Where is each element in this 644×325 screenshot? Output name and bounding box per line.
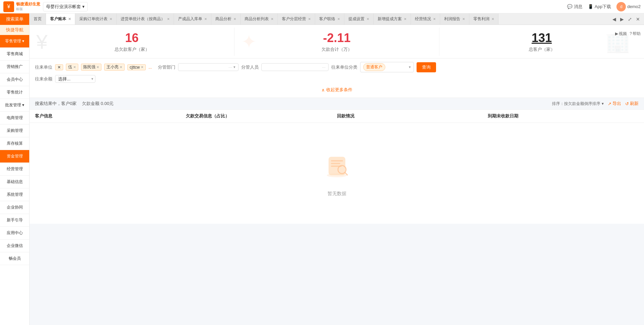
tab-customer-contact[interactable]: 客户联络 ✕: [315, 13, 344, 25]
tab-inbound-stats-close[interactable]: ✕: [167, 17, 170, 21]
sidebar-item-finance[interactable]: 资金管理: [0, 150, 29, 163]
refresh-btn[interactable]: ↺ 刷新: [625, 101, 639, 107]
filter-dept-input[interactable]: ··· ▾: [178, 63, 239, 71]
sidebar-item-inventory[interactable]: 库存核算: [0, 137, 29, 150]
filter-tag-wang-close[interactable]: ✕: [120, 65, 122, 69]
tab-add-commission-close[interactable]: ✕: [404, 17, 406, 21]
search-overdue-text: 欠款金额 0.00元: [82, 101, 114, 107]
filter-balance-select[interactable]: 选择...: [55, 75, 95, 83]
tab-customer-ledger-close[interactable]: ✕: [68, 17, 71, 21]
tab-expand-icon[interactable]: ⤢: [627, 16, 633, 23]
tab-prev-arrow[interactable]: ◀: [611, 16, 617, 23]
tab-product-analysis-list[interactable]: 商品分析列表 ✕: [241, 13, 278, 25]
tab-inbound-stats[interactable]: 进货单统计表（按商品） ✕: [117, 13, 174, 25]
tab-close-all-icon[interactable]: ✕: [635, 16, 641, 23]
filter-tag-chen: 陈民强 ✕: [81, 64, 101, 71]
tab-product-inbound-close[interactable]: ✕: [204, 17, 207, 21]
tab-add-commission[interactable]: 新增提成方案 ✕: [374, 13, 411, 25]
filter-tag-wu-text: 伍: [68, 64, 72, 70]
store-dropdown-icon: ▾: [82, 4, 85, 9]
stat-bg-icon-1: ¥: [36, 30, 47, 53]
logo-icon: ¥: [3, 1, 14, 12]
sidebar-item-guide[interactable]: 新手引导: [0, 214, 29, 227]
app-icon: 📱: [588, 4, 593, 9]
tab-purchase-stats[interactable]: 采购订单统计表 ✕: [75, 13, 117, 25]
tab-retail-profit-close[interactable]: ✕: [491, 17, 494, 21]
filter-balance-label: 往来余额: [35, 76, 52, 82]
sidebar-item-basic-info[interactable]: 基础信息: [0, 176, 29, 188]
filter-more-tags[interactable]: ...: [148, 65, 152, 70]
filter-unit-class-arrow: ▾: [409, 65, 411, 69]
tab-product-analysis-list-close[interactable]: ✕: [271, 17, 273, 21]
filter-unit-label: 往来单位: [35, 64, 52, 70]
tab-purchase-stats-close[interactable]: ✕: [110, 17, 112, 21]
sidebar-item-wholesale[interactable]: 批发管理 ▾: [0, 99, 29, 112]
sidebar-item-app-center[interactable]: 应用中心: [0, 227, 29, 240]
help-btn[interactable]: ? 帮助: [630, 31, 641, 37]
store-selector[interactable]: 母婴行业演示帐套 ▾: [43, 2, 88, 11]
stat-overdue-amount: ✦ -2.11 欠款合计（万）: [234, 28, 439, 56]
app-download-btn[interactable]: 📱 App下载: [588, 4, 611, 10]
filter-tag-x: ✕: [55, 64, 63, 70]
sidebar-item-ecommerce[interactable]: 电商管理: [0, 112, 29, 124]
tab-retail-profit[interactable]: 零售利润 ✕: [469, 13, 499, 25]
sort-label-text: 排序：按欠款金额倒序排序: [552, 101, 600, 107]
table-wrapper: 客户信息 欠款交易信息（占比） 回款情况 到期未收款日期: [30, 110, 644, 224]
sidebar-item-marketing[interactable]: 营销推广: [0, 61, 29, 73]
filter-person-more: ···: [322, 65, 326, 70]
sidebar-item-retail-mall[interactable]: 零售商城: [0, 48, 29, 61]
sidebar-search[interactable]: 搜索菜单: [0, 13, 29, 25]
filter-tag-chen-text: 陈民强: [83, 64, 95, 70]
sidebar-item-operations[interactable]: 经营管理: [0, 163, 29, 176]
stat-overdue-customers-value: 16: [125, 31, 138, 45]
user-menu[interactable]: d demo2: [616, 2, 641, 11]
sort-selector[interactable]: 排序：按欠款金额倒序排序 ▾: [552, 101, 604, 107]
main-layout: 搜索菜单 快捷导航 零售管理 ▾ 零售商城 营销推广 会员中心 零售统计 批发管…: [0, 13, 644, 325]
sidebar-item-retail-stats[interactable]: 零售统计: [0, 86, 29, 99]
tab-product-inbound[interactable]: 产成品入库单 ✕: [174, 13, 211, 25]
tab-commission-settings-close[interactable]: ✕: [367, 17, 369, 21]
tab-product-analysis-close[interactable]: ✕: [233, 17, 236, 21]
sidebar-item-system[interactable]: 系统管理: [0, 188, 29, 201]
tab-home[interactable]: 首页: [30, 13, 46, 25]
filter-tag-wu-close[interactable]: ✕: [73, 65, 76, 69]
filter-dept-more: ···: [228, 65, 232, 70]
sidebar-item-member-center[interactable]: 会员中心: [0, 73, 29, 86]
logo-area: ¥ 畅捷通好生意 标版: [3, 1, 40, 12]
tab-commission-settings[interactable]: 提成设置 ✕: [344, 13, 374, 25]
query-button[interactable]: 查询: [417, 62, 436, 72]
video-btn[interactable]: ▶ 视频: [615, 31, 627, 37]
tab-customer-layer[interactable]: 客户分层经营 ✕: [278, 13, 315, 25]
store-name: 母婴行业演示帐套: [46, 4, 81, 10]
tab-product-analysis-list-label: 商品分析列表: [245, 16, 269, 22]
filter-tag-wang: 王小亮 ✕: [104, 64, 125, 71]
filter-unit-class-input[interactable]: 普通客户 ▾: [360, 62, 414, 72]
tab-next-arrow[interactable]: ▶: [619, 16, 625, 23]
filter-tag-wang-text: 王小亮: [106, 64, 119, 70]
export-btn[interactable]: ↗ 导出: [608, 101, 621, 107]
filter-tag-chen-close[interactable]: ✕: [96, 65, 99, 69]
tab-customer-contact-close[interactable]: ✕: [337, 17, 340, 21]
tab-operations[interactable]: 经营情况 ✕: [411, 13, 440, 25]
table-col-overdue-info: 欠款交易信息（占比）: [186, 113, 337, 119]
tab-profit-report[interactable]: 利润报告 ✕: [440, 13, 469, 25]
stat-total-customers-label: 总客户（家）: [529, 46, 555, 52]
tab-profit-report-close[interactable]: ✕: [462, 17, 465, 21]
filter-tag-cj-close[interactable]: ✕: [141, 65, 143, 69]
tab-customer-ledger[interactable]: 客户账本 ✕: [46, 13, 75, 25]
tab-bar: 首页 客户账本 ✕ 采购订单统计表 ✕ 进货单统计表（按商品） ✕ 产成品入库单…: [30, 13, 644, 25]
svg-rect-3: [331, 163, 340, 164]
message-btn[interactable]: 💬 消息: [567, 4, 583, 10]
tab-customer-layer-close[interactable]: ✕: [308, 17, 311, 21]
tab-operations-close[interactable]: ✕: [433, 17, 436, 21]
message-label: 消息: [574, 4, 583, 10]
sidebar-item-purchase[interactable]: 采购管理: [0, 124, 29, 137]
sidebar-item-wechat[interactable]: 企业微信: [0, 240, 29, 252]
sidebar-item-enterprise[interactable]: 企业协同: [0, 201, 29, 214]
sidebar-item-retail-management[interactable]: 零售管理 ▾: [0, 35, 29, 48]
filter-person-input[interactable]: ···: [261, 63, 329, 71]
collapse-btn[interactable]: ∧ 收起更多条件: [35, 85, 639, 94]
sidebar-item-member[interactable]: 畅会员: [0, 252, 29, 265]
tab-product-analysis[interactable]: 商品分析 ✕: [211, 13, 241, 25]
sidebar-quick-nav[interactable]: 快捷导航: [0, 25, 29, 35]
